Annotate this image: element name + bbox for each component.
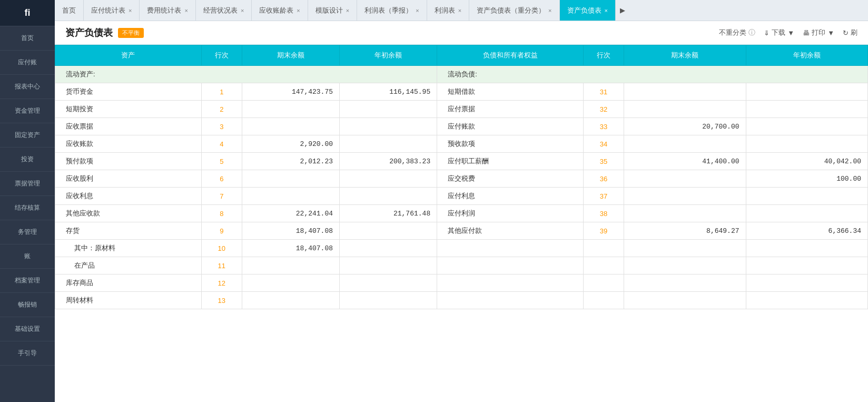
cell-liab: 预收款项 xyxy=(437,135,584,153)
cell-year-start: 200,383.23 xyxy=(340,153,437,170)
cell-year-start2 xyxy=(746,135,868,153)
cell-row-num: 12 xyxy=(201,274,242,292)
cell-row-num2 xyxy=(583,240,624,257)
cell-row-num2: 39 xyxy=(583,222,624,240)
no-reclass-option[interactable]: 不重分类 ⓘ xyxy=(719,28,755,37)
download-icon: ⇓ xyxy=(764,29,770,37)
cell-year-start2 xyxy=(746,101,868,118)
close-tab-profit-q[interactable]: × xyxy=(416,7,419,14)
sidebar-item-bill[interactable]: 票据管理 xyxy=(0,172,55,196)
table-row: 库存商品 12 xyxy=(55,274,868,292)
cell-asset: 应收股利 xyxy=(55,170,202,188)
tab-receivable-age[interactable]: 应收账龄表 × xyxy=(252,0,308,21)
tab-operation[interactable]: 经营状况表 × xyxy=(196,0,252,21)
table-row: 周转材料 13 xyxy=(55,292,868,309)
page-title: 资产负债表 xyxy=(65,26,113,39)
cell-asset: 短期投资 xyxy=(55,101,202,118)
close-tab-profit[interactable]: × xyxy=(458,7,461,14)
close-tab-expense-stat[interactable]: × xyxy=(184,7,188,14)
main-area: 首页 应付统计表 × 费用统计表 × 经营状况表 × 应收账龄表 × 模版设计 … xyxy=(55,0,868,402)
cell-row-num2: 36 xyxy=(583,170,624,188)
sidebar-item-settle[interactable]: 结存核算 xyxy=(0,196,55,220)
cell-year-start2 xyxy=(746,118,868,135)
cell-year-start2: 40,042.00 xyxy=(746,153,868,170)
close-tab-operation[interactable]: × xyxy=(241,7,244,14)
cell-liab xyxy=(437,274,584,292)
cell-year-start xyxy=(340,222,437,240)
cell-asset: 应收利息 xyxy=(55,188,202,205)
header-actions: 不重分类 ⓘ ⇓ 下载 ▼ 🖶 打印 ▼ ↻ 刷 xyxy=(719,28,857,37)
sidebar-item-basic[interactable]: 基础设置 xyxy=(0,317,55,341)
refresh-icon: ↻ xyxy=(843,29,849,37)
cell-year-start: 116,145.95 xyxy=(340,83,437,101)
tab-template[interactable]: 模版设计 × xyxy=(308,0,357,21)
download-button[interactable]: ⇓ 下载 ▼ xyxy=(764,28,794,37)
cell-row-num: 11 xyxy=(201,257,242,274)
sidebar-item-invest[interactable]: 投资 xyxy=(0,148,55,172)
table-row: 其他应收款 8 22,241.04 21,761.48 应付利润 38 xyxy=(55,205,868,222)
cell-liab: 应交税费 xyxy=(437,170,584,188)
cell-liab: 应付账款 xyxy=(437,118,584,135)
cell-year-start xyxy=(340,292,437,309)
sidebar-item-fixed-asset[interactable]: 固定资产 xyxy=(0,123,55,148)
close-tab-balance[interactable]: × xyxy=(605,7,608,14)
cell-asset: 应收账款 xyxy=(55,135,202,153)
sidebar-item-archive[interactable]: 档案管理 xyxy=(0,269,55,293)
cell-end-balance2 xyxy=(624,274,746,292)
tab-payable-stat[interactable]: 应付统计表 × xyxy=(84,0,140,21)
cell-row-num: 13 xyxy=(201,292,242,309)
cell-year-start xyxy=(340,188,437,205)
th-end-balance2: 期末余额 xyxy=(624,45,746,66)
tab-expense-stat[interactable]: 费用统计表 × xyxy=(140,0,195,21)
cell-end-balance xyxy=(242,292,339,309)
close-tab-payable-stat[interactable]: × xyxy=(129,7,132,14)
tab-balance-reclass[interactable]: 资产负债表（重分类） × xyxy=(469,0,559,21)
sidebar-item-report-center[interactable]: 报表中心 xyxy=(0,75,55,99)
cell-liab: 应付票据 xyxy=(437,101,584,118)
cell-year-start: 21,761.48 xyxy=(340,205,437,222)
close-tab-balance-reclass[interactable]: × xyxy=(548,7,551,14)
table-row: 应收股利 6 应交税费 36 100.00 xyxy=(55,170,868,188)
cell-year-start xyxy=(340,240,437,257)
sidebar-item-payable[interactable]: 应付账 xyxy=(0,51,55,75)
sidebar-item-sale[interactable]: 畅报销 xyxy=(0,293,55,317)
cell-row-num: 6 xyxy=(201,170,242,188)
cell-year-start xyxy=(340,274,437,292)
cell-year-start xyxy=(340,170,437,188)
sidebar-item-account[interactable]: 账 xyxy=(0,244,55,269)
cell-year-start2: 100.00 xyxy=(746,170,868,188)
cell-year-start2 xyxy=(746,240,868,257)
print-button[interactable]: 🖶 打印 ▼ xyxy=(803,28,834,37)
section-asset-label: 流动资产: xyxy=(55,66,437,83)
refresh-button[interactable]: ↻ 刷 xyxy=(843,28,857,37)
cell-row-num2: 38 xyxy=(583,205,624,222)
close-tab-receivable-age[interactable]: × xyxy=(297,7,300,14)
sidebar-item-home[interactable]: 首页 xyxy=(0,26,55,51)
sidebar-item-biz-mgmt[interactable]: 务管理 xyxy=(0,220,55,244)
tab-home[interactable]: 首页 xyxy=(55,0,84,21)
cell-year-start2 xyxy=(746,83,868,101)
cell-end-balance: 2,012.23 xyxy=(242,153,339,170)
sidebar-item-guide[interactable]: 手引导 xyxy=(0,341,55,366)
tab-balance[interactable]: 资产负债表 × xyxy=(560,0,616,21)
tab-profit-q[interactable]: 利润表（季报） × xyxy=(357,0,427,21)
cell-year-start xyxy=(340,101,437,118)
tab-scroll-right[interactable]: ▶ xyxy=(616,0,629,21)
sidebar-item-cash[interactable]: 资金管理 xyxy=(0,99,55,123)
cell-row-num2 xyxy=(583,274,624,292)
th-year-start: 年初余额 xyxy=(340,45,437,66)
cell-row-num2: 31 xyxy=(583,83,624,101)
cell-end-balance2 xyxy=(624,101,746,118)
cell-end-balance2 xyxy=(624,240,746,257)
cell-year-start2: 6,366.34 xyxy=(746,222,868,240)
th-liab-equity: 负债和所有者权益 xyxy=(437,45,584,66)
tab-profit[interactable]: 利润表 × xyxy=(427,0,469,21)
balance-sheet-table: 资产 行次 期末余额 年初余额 负债和所有者权益 行次 期末余额 年初余额 流动… xyxy=(55,45,868,309)
cell-end-balance2: 8,649.27 xyxy=(624,222,746,240)
cell-end-balance2 xyxy=(624,135,746,153)
close-tab-template[interactable]: × xyxy=(346,7,349,14)
th-row-num: 行次 xyxy=(201,45,242,66)
cell-row-num2: 37 xyxy=(583,188,624,205)
cell-end-balance: 147,423.75 xyxy=(242,83,339,101)
cell-end-balance xyxy=(242,118,339,135)
